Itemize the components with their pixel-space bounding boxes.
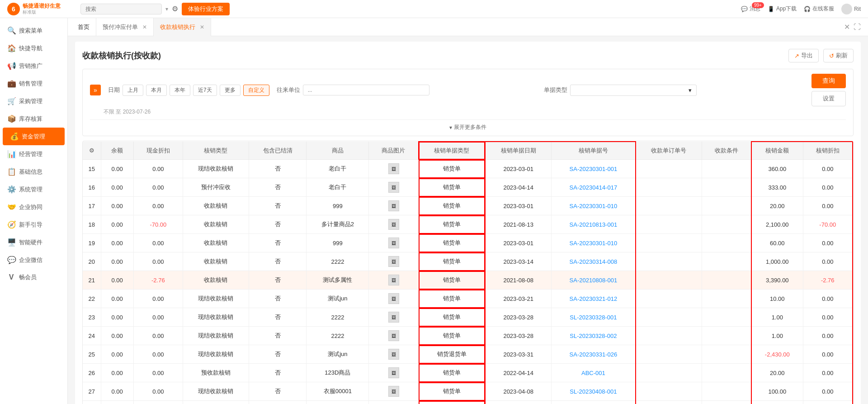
- sidebar-item-purchase[interactable]: 🛒 采购管理: [0, 92, 67, 110]
- td-cash-discount: 0.00: [133, 197, 183, 215]
- td-verify-amount: 2,100.00: [751, 215, 803, 234]
- td-receipt-order-no: [636, 178, 702, 197]
- custom-date-btn[interactable]: 自定义: [243, 85, 269, 96]
- td-receipt-condition: [702, 197, 751, 215]
- td-verify-amount: 100.00: [751, 401, 803, 404]
- sidebar-item-system[interactable]: ⚙️ 系统管理: [0, 181, 67, 198]
- bill-no-link[interactable]: SA-20230314-008: [570, 258, 618, 265]
- td-verify-bill-date: 2021-08-08: [485, 271, 552, 290]
- gear-icon[interactable]: ⚙: [172, 5, 178, 13]
- td-verify-bill-date: 2022-04-14: [485, 364, 552, 382]
- ops-icon: 📊: [7, 150, 15, 158]
- expand-chevron-icon: ▾: [449, 124, 452, 131]
- td-verify-bill-type: 销货单: [419, 290, 485, 308]
- last-month-btn[interactable]: 上月: [123, 85, 143, 96]
- bill-no-link[interactable]: SL-20230328-002: [570, 333, 617, 339]
- sidebar-item-finance[interactable]: 💰 资金管理: [3, 128, 65, 145]
- sidebar-item-marketing[interactable]: 📢 营销推广: [0, 57, 67, 75]
- last-7-days-btn[interactable]: 近7天: [193, 85, 217, 96]
- sidebar-item-search[interactable]: 🔍 搜索菜单: [0, 22, 67, 39]
- bill-no-link[interactable]: SA-20210813-001: [570, 221, 618, 228]
- expand-arrow-btn[interactable]: »: [90, 85, 101, 95]
- td-product: 测试jun: [307, 290, 369, 308]
- user-profile[interactable]: Rit: [841, 4, 861, 14]
- search-input[interactable]: [80, 4, 162, 14]
- bill-no-link[interactable]: SA-20230331-026: [570, 351, 618, 358]
- dropdown-arrow-icon[interactable]: ▾: [165, 6, 168, 12]
- member-icon: V: [7, 273, 15, 281]
- query-btn[interactable]: 查询: [811, 74, 846, 88]
- td-verify-amount: 100.00: [751, 382, 803, 401]
- brand-edition: 标准版: [23, 10, 61, 15]
- tab-home[interactable]: 首页: [71, 18, 96, 36]
- message-badge: 99+: [752, 2, 764, 8]
- td-verify-bill-date: 2023-04-18: [485, 401, 552, 404]
- bill-no-link[interactable]: SA-20230414-017: [570, 184, 618, 191]
- td-verify-bill-date: 2023-04-08: [485, 382, 552, 401]
- td-cash-discount: 0.00: [133, 160, 183, 178]
- app-download-btn[interactable]: 📱 App下载: [768, 5, 797, 13]
- sidebar-item-ops[interactable]: 📊 经营管理: [0, 145, 67, 163]
- td-verify-amount: 60.00: [751, 234, 803, 252]
- td-no: 17: [83, 197, 101, 215]
- sidebar-item-guide[interactable]: 🧭 新手引导: [0, 216, 67, 233]
- sidebar-item-enterprise[interactable]: 🤝 企业协同: [0, 198, 67, 216]
- td-balance: 0.00: [101, 364, 133, 382]
- more-date-btn[interactable]: 更多: [220, 85, 241, 96]
- td-cash-discount: 0.00: [133, 234, 183, 252]
- bill-no-link[interactable]: SA-20230301-010: [570, 203, 618, 209]
- settings-btn[interactable]: 设置: [811, 91, 846, 106]
- th-verify-bill-date: 核销单据日期: [485, 142, 552, 160]
- tab-prepay[interactable]: 预付冲应付单 ✕: [96, 18, 154, 36]
- bill-no-link[interactable]: ABC-001: [581, 370, 605, 376]
- td-verify-type: 收款核销: [183, 197, 249, 215]
- td-verify-bill-no: SA-20210808-001: [552, 271, 636, 290]
- td-verify-bill-no: SA-20230301-010: [552, 197, 636, 215]
- maximize-tab-icon[interactable]: ⛶: [854, 23, 861, 31]
- bill-no-link[interactable]: SA-20230301-001: [570, 166, 618, 172]
- refresh-btn[interactable]: ↺ 刷新: [823, 49, 854, 62]
- td-no: 22: [83, 290, 101, 308]
- td-verify-bill-type: 销货单: [419, 271, 485, 290]
- query-actions: 查询 设置: [811, 74, 846, 106]
- td-product-img: 🖼: [369, 364, 419, 382]
- td-balance: 0.00: [101, 252, 133, 271]
- online-service-btn[interactable]: 🎧 在线客服: [804, 5, 834, 13]
- td-receipt-order-no: [636, 327, 702, 345]
- td-cash-discount: 0.00: [133, 327, 183, 345]
- td-receipt-condition: [702, 364, 751, 382]
- tab-close-collection[interactable]: ✕: [200, 24, 204, 30]
- message-btn[interactable]: 💬 消息 99+: [741, 5, 760, 13]
- td-receipt-condition: [702, 401, 751, 404]
- this-year-btn[interactable]: 本年: [170, 85, 190, 96]
- bill-no-link[interactable]: SL-20230328-001: [570, 314, 617, 321]
- bill-type-select[interactable]: ▾: [570, 85, 697, 96]
- td-verify-bill-type: 销货单: [419, 160, 485, 178]
- close-tab-icon[interactable]: ✕: [844, 23, 850, 31]
- tab-close-prepay[interactable]: ✕: [142, 24, 147, 30]
- brand-name: 畅捷通谱好生意: [23, 3, 61, 9]
- sidebar-item-hardware[interactable]: 🖥️ 智能硬件: [0, 233, 67, 251]
- td-include-settled: 否: [249, 308, 307, 327]
- sidebar-item-wechat[interactable]: 💬 企业微信: [0, 251, 67, 269]
- trial-btn[interactable]: 体验行业方案: [182, 3, 230, 15]
- bill-no-link[interactable]: SA-20230321-012: [570, 295, 618, 302]
- bill-no-link[interactable]: SA-20230301-010: [570, 240, 618, 247]
- sidebar-item-sales[interactable]: 💼 销售管理: [0, 75, 67, 92]
- bill-no-link[interactable]: SL-20230408-001: [570, 388, 617, 395]
- export-btn[interactable]: ↗ 导出: [788, 49, 819, 62]
- bill-no-link[interactable]: SA-20210808-001: [570, 277, 618, 284]
- sidebar-item-member[interactable]: V 畅会员: [0, 269, 67, 286]
- sidebar-item-basic[interactable]: 📋 基础信息: [0, 163, 67, 181]
- expand-more-btn[interactable]: ▾ 展开更多条件: [449, 124, 486, 131]
- td-verify-discount: 0.00: [803, 160, 853, 178]
- tab-collection[interactable]: 收款核销执行 ✕: [154, 18, 211, 36]
- sidebar-item-inventory[interactable]: 📦 库存核算: [0, 110, 67, 128]
- td-verify-bill-type: 销货单: [419, 364, 485, 382]
- basic-icon: 📋: [7, 167, 15, 176]
- sidebar-item-quick-nav[interactable]: 🏠 快捷导航: [0, 39, 67, 57]
- this-month-btn[interactable]: 本月: [146, 85, 167, 96]
- unit-input[interactable]: [303, 85, 429, 95]
- td-verify-amount: 1.00: [751, 327, 803, 345]
- th-gear[interactable]: ⚙: [83, 142, 101, 160]
